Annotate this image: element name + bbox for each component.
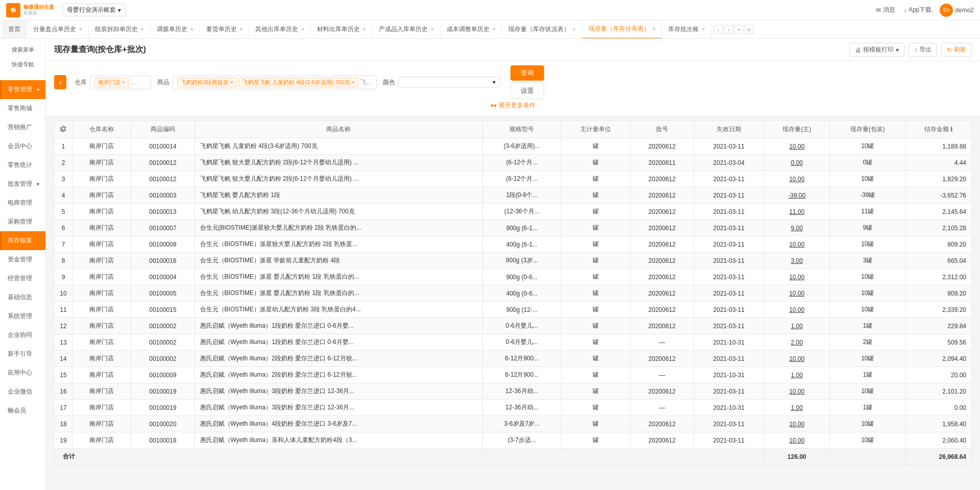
nav-right-arrow[interactable]: › — [724, 25, 733, 34]
sidebar-item-ecommerce[interactable]: 电商管理 — [0, 193, 45, 212]
print-btn[interactable]: 🖨 按模板打印 ▾ — [849, 43, 904, 57]
row-qty-main[interactable]: 1.00 — [764, 367, 830, 383]
row-qty-main[interactable]: 10.00 — [764, 171, 830, 187]
row-qty-main[interactable]: 10.00 — [764, 383, 830, 400]
product-tags[interactable]: 飞鹤奶粉3段两提装 × 飞鹤星飞帆 儿童奶粉 4段(3-6岁适用) 700克 ×… — [173, 76, 377, 89]
tab-11[interactable]: 库存批次账 × — [662, 20, 712, 39]
row-no: 9 — [55, 269, 72, 285]
sidebar-item-retail-mgmt[interactable]: 零售管理 ▾ — [0, 80, 45, 99]
sidebar-item-retail-stats[interactable]: 零售统计 — [0, 156, 45, 175]
row-qty-main[interactable]: 10.00 — [764, 236, 830, 253]
close-tab-7-icon[interactable]: × — [431, 27, 434, 32]
refresh-btn[interactable]: ↻ 刷新 — [941, 43, 972, 57]
sidebar-item-system[interactable]: 系统管理 — [0, 307, 45, 326]
row-qty-main[interactable]: 10.00 — [764, 432, 830, 449]
sidebar-item-enterprise[interactable]: 企业协同 — [0, 326, 45, 345]
color-input[interactable]: ▾ — [398, 77, 500, 88]
sidebar-item-enterprise-wechat[interactable]: 企业微信 — [0, 382, 45, 401]
row-qty-main[interactable]: 3.00 — [764, 253, 830, 269]
row-spec: 0-6月婴儿... — [482, 318, 561, 334]
row-batch: — — [630, 367, 694, 383]
row-qty-main[interactable]: 10.00 — [764, 351, 830, 367]
tab-6[interactable]: 材料出库单历史 × — [311, 20, 373, 39]
row-qty-main[interactable]: 1.00 — [764, 400, 830, 416]
tab-5[interactable]: 其他出库单历史 × — [249, 20, 311, 39]
row-qty-main[interactable]: 10.00 — [764, 416, 830, 432]
close-tab-8-icon[interactable]: × — [493, 27, 496, 32]
col-spec: 规格型号 — [482, 121, 561, 138]
row-expire: 2021-03-11 — [694, 383, 764, 400]
close-tab-1-icon[interactable]: × — [79, 27, 82, 32]
row-qty-main[interactable]: 10.00 — [764, 285, 830, 302]
row-qty-main[interactable]: 10.00 — [764, 302, 830, 318]
table-row: 18南岸门店00100020惠氏启赋（Wyeth illuma）4段奶粉 爱尔兰… — [55, 416, 972, 432]
row-qty-main[interactable]: 1.00 — [764, 318, 830, 334]
row-qty-main[interactable]: 10.00 — [764, 269, 830, 285]
sidebar-item-retail-mall[interactable]: 零售商城 — [0, 99, 45, 118]
company-selector[interactable]: 母婴行业演示账套 ▾ — [62, 4, 126, 16]
row-qty-main[interactable]: -39.00 — [764, 187, 830, 204]
close-tab-5-icon[interactable]: × — [301, 27, 304, 32]
user-area[interactable]: Ea demo2 — [940, 4, 974, 17]
app-download-btn[interactable]: ↓ App下载 — [903, 6, 932, 14]
row-qty-pkg: 10罐 — [829, 416, 905, 432]
row-qty-main[interactable]: 2.00 — [764, 334, 830, 351]
row-code: 00100018 — [131, 432, 194, 449]
nav-close-arrow[interactable]: × — [734, 25, 743, 34]
nav-left-arrow[interactable]: ‹ — [714, 25, 723, 34]
search-menu-btn[interactable]: 搜索菜单 — [2, 43, 43, 57]
row-amount: 1,958.40 — [905, 416, 971, 432]
tab-1[interactable]: 分量盘点单历史 × — [27, 20, 89, 39]
product-tag-1-close-icon[interactable]: × — [352, 80, 355, 85]
sidebar-item-wholesale[interactable]: 批发管理 ▾ — [0, 175, 45, 193]
tab-9[interactable]: 现存量（库存状况表） × — [502, 20, 582, 39]
close-tab-9-icon[interactable]: × — [573, 27, 576, 32]
close-tab-10-icon[interactable]: × — [653, 26, 656, 32]
sidebar-item-basic-info[interactable]: 基础信息 — [0, 288, 45, 307]
warehouse-tag-close-icon[interactable]: × — [122, 80, 125, 85]
row-unit: 罐 — [561, 187, 630, 204]
export-btn[interactable]: ↑ 导出 — [909, 43, 937, 57]
settings-btn[interactable]: 设置 — [510, 83, 544, 99]
row-qty-main[interactable]: 10.00 — [764, 138, 830, 155]
sidebar-item-app-center[interactable]: 应用中心 — [0, 363, 45, 382]
sidebar-item-purchase[interactable]: 采购管理 — [0, 212, 45, 231]
sidebar-item-guide[interactable]: 新手引导 — [0, 345, 45, 363]
row-qty-main[interactable]: 0.00 — [764, 155, 830, 171]
tab-8[interactable]: 成本调整单历史 × — [440, 20, 502, 39]
col-gear[interactable] — [55, 121, 72, 138]
tab-7[interactable]: 产成品入库单历史 × — [373, 20, 440, 39]
expand-filter-btn[interactable]: › — [54, 75, 66, 89]
tab-2[interactable]: 组装拆卸单历史 × — [89, 20, 151, 39]
sidebar-item-marketing[interactable]: 营销推广 — [0, 118, 45, 137]
close-tab-2-icon[interactable]: × — [141, 27, 144, 32]
warehouse-tags[interactable]: 南岸门店 × ... — [90, 76, 151, 89]
tab-10[interactable]: 现存量（库存分布表） × — [582, 20, 663, 39]
product-tag-0-close-icon[interactable]: × — [230, 80, 233, 85]
query-btn[interactable]: 查询 — [510, 65, 544, 81]
sidebar-item-vip[interactable]: 畅会员 — [0, 401, 45, 420]
tab-4[interactable]: 要货单历史 × — [200, 20, 250, 39]
row-code: 00100002 — [131, 318, 194, 334]
row-qty-main[interactable]: 9.00 — [764, 220, 830, 236]
row-unit: 罐 — [561, 351, 630, 367]
close-tab-11-icon[interactable]: × — [702, 27, 705, 32]
expand-more-btn[interactable]: ▾▾ 展开更多条件 — [54, 99, 972, 112]
row-unit: 罐 — [561, 334, 630, 351]
sidebar-item-operations[interactable]: 经营管理 — [0, 269, 45, 288]
tab-home[interactable]: 首页 — [2, 20, 27, 39]
sidebar-item-finance[interactable]: 资金管理 — [0, 250, 45, 269]
row-unit: 罐 — [561, 318, 630, 334]
sidebar-item-inventory[interactable]: 库存核算 — [0, 231, 45, 250]
quick-nav-btn[interactable]: 快捷导航 — [2, 58, 43, 71]
messages-btn[interactable]: ✉ 消息 — [876, 6, 895, 14]
warehouse-more[interactable]: ... — [131, 79, 136, 86]
close-tab-6-icon[interactable]: × — [363, 27, 366, 32]
tab-3[interactable]: 调拨单历史 × — [151, 20, 200, 39]
row-qty-main[interactable]: 11.00 — [764, 204, 830, 220]
close-tab-3-icon[interactable]: × — [190, 27, 193, 32]
nav-menu-arrow[interactable]: ≡ — [744, 25, 753, 34]
close-tab-4-icon[interactable]: × — [240, 27, 243, 32]
sidebar-item-member[interactable]: 会员中心 — [0, 137, 45, 156]
product-more[interactable]: 飞... — [360, 78, 372, 87]
